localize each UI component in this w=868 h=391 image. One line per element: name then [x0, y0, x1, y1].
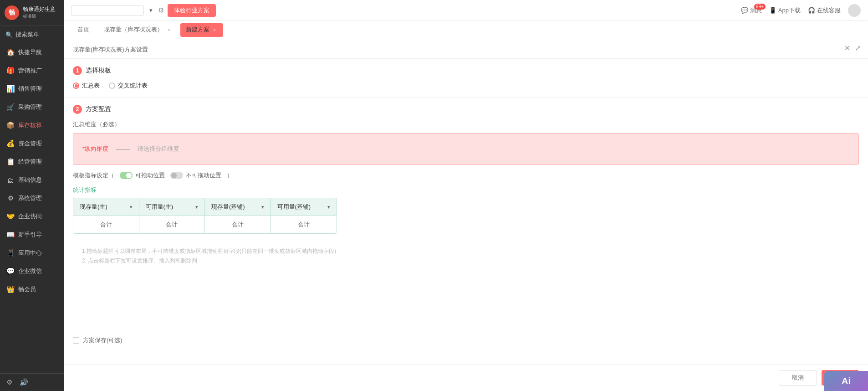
tab-home-label: 首页	[77, 26, 89, 34]
sidebar-item-label: 应用中心	[18, 249, 42, 257]
sidebar-item-label: 基础信息	[18, 176, 42, 184]
topbar-search-input[interactable]	[71, 5, 144, 16]
stat-label: 统计指标	[73, 186, 859, 194]
sidebar-item-label: 新手引导	[18, 231, 42, 239]
app-version: 标准版	[23, 13, 56, 20]
radio-summary[interactable]: 汇总表	[73, 82, 100, 90]
sidebar-item-member[interactable]: 👑 畅会员	[0, 280, 64, 298]
dimension-label: 汇总维度（必选）	[73, 120, 859, 129]
step1-section: 1 选择模板 汇总表 交叉统计表	[64, 59, 868, 98]
sidebar-item-wechat[interactable]: 💬 企业微信	[0, 262, 64, 280]
user-avatar[interactable]	[848, 4, 861, 17]
cancel-button[interactable]: 取消	[779, 370, 817, 386]
marketing-icon: 🎁	[6, 67, 15, 75]
sidebar-item-cooperation[interactable]: 🤝 企业协同	[0, 207, 64, 226]
inventory-icon: 📦	[6, 121, 15, 129]
stat-col-0-name: 现存量(主)	[80, 203, 107, 211]
system-icon: ⚙	[6, 194, 15, 202]
app-label: App下载	[778, 6, 801, 15]
sidebar-logo: 畅 畅康通好生意 标准版	[0, 0, 64, 26]
sidebar-item-basic[interactable]: 🗂 基础信息	[0, 171, 64, 189]
sidebar-item-sales[interactable]: 📊 销售管理	[0, 80, 64, 98]
stat-col-3[interactable]: 可用量(基辅) ▾	[271, 198, 337, 216]
sidebar-item-marketing[interactable]: 🎁 营销推广	[0, 62, 64, 80]
stat-cell-3: 合计	[271, 216, 337, 233]
stat-col-0[interactable]: 现存量(主) ▾	[73, 198, 139, 216]
msg-icon: 💬	[741, 7, 748, 14]
save-option: 方案保存(可选)	[64, 330, 868, 351]
step2-badge: 2	[73, 105, 82, 114]
stat-col-1[interactable]: 可用量(主) ▾	[139, 198, 205, 216]
panel-title: 现存量(库存状况表)方案设置	[64, 39, 868, 59]
ai-label: Ai	[842, 376, 851, 386]
sidebar-item-label: 企业协同	[18, 212, 42, 221]
app-download-button[interactable]: 📱 App下载	[769, 6, 801, 15]
sidebar-item-management[interactable]: 📋 经营管理	[0, 153, 64, 171]
topbar-gear-icon[interactable]: ⚙	[158, 6, 164, 15]
panel-title-text: 现存量(库存状况表)方案设置	[73, 46, 148, 53]
radio-cross[interactable]: 交叉统计表	[109, 82, 148, 90]
stat-col-2-name: 现存量(基辅)	[211, 203, 245, 211]
cooperation-icon: 🤝	[6, 212, 15, 221]
sidebar-item-label: 经营管理	[18, 158, 42, 166]
sidebar-item-label: 采购管理	[18, 103, 42, 111]
step2-header: 2 方案配置	[73, 105, 859, 114]
service-label: 在线客服	[817, 6, 841, 15]
sidebar-footer: ⚙ 🔊	[0, 373, 64, 391]
stat-col-3-name: 可用量(基辅)	[277, 203, 311, 211]
search-icon: 🔍	[5, 31, 13, 38]
stat-cell-1: 合计	[139, 216, 205, 233]
content-area: 现存量(库存状况表)方案设置 ✕ ⤢ 1 选择模板 汇总表	[64, 39, 868, 391]
wechat-icon: 💬	[6, 267, 15, 275]
sales-icon: 📊	[6, 85, 15, 93]
app-name: 畅康通好生意	[23, 6, 56, 13]
stat-cell-2: 合计	[205, 216, 271, 233]
expand-panel-icon[interactable]: ⤢	[855, 44, 861, 52]
topbar-dropdown-btn[interactable]: ▾	[148, 6, 154, 15]
toggle-fixed-switch[interactable]	[170, 172, 183, 179]
toggle-draggable-switch[interactable]	[120, 172, 133, 179]
sidebar-item-nav[interactable]: 🏠 快捷导航	[0, 43, 64, 62]
sidebar-search[interactable]: 🔍 搜索菜单	[0, 26, 64, 43]
close-panel-icon[interactable]: ✕	[844, 44, 850, 52]
step2-section: 2 方案配置 汇总维度（必选） *纵向维度 —— 请选择分组维度 模板指标设定（…	[64, 98, 868, 326]
tab-inventory-label: 现存量（库存状况表）	[104, 26, 163, 34]
chevron-0-icon: ▾	[130, 204, 133, 210]
sidebar-item-label: 资金管理	[18, 139, 42, 148]
tab-new-scheme[interactable]: 新建方案 ×	[180, 23, 223, 37]
save-checkbox[interactable]	[73, 337, 79, 344]
sidebar-item-purchase[interactable]: 🛒 采购管理	[0, 98, 64, 116]
main-area: ▾ ⚙ 体验行业方案 💬 消息 99+ 📱 App下载 🎧 在线客服 首页	[64, 0, 868, 391]
sidebar-item-newbie[interactable]: 📖 新手引导	[0, 226, 64, 244]
sidebar-item-inventory[interactable]: 📦 库存核算	[0, 116, 64, 134]
save-label: 方案保存(可选)	[83, 336, 123, 345]
panel-controls: ✕ ⤢	[844, 44, 861, 52]
sidebar-item-appstore[interactable]: 📱 应用中心	[0, 244, 64, 262]
nav-icon: 🏠	[6, 48, 15, 57]
msg-button[interactable]: 💬 消息 99+	[741, 6, 762, 15]
sidebar-item-label: 营销推广	[18, 67, 42, 75]
radio-cross-label: 交叉统计表	[118, 82, 148, 90]
tab-home[interactable]: 首页	[71, 22, 96, 38]
chevron-3-icon: ▾	[327, 204, 330, 210]
sidebar-item-finance[interactable]: 💰 资金管理	[0, 134, 64, 153]
ai-badge[interactable]: Ai	[824, 371, 868, 391]
volume-icon[interactable]: 🔊	[20, 378, 28, 386]
stat-table-header: 现存量(主) ▾ 可用量(主) ▾ 现存量(基辅) ▾	[73, 198, 337, 216]
stat-col-2[interactable]: 现存量(基辅) ▾	[205, 198, 271, 216]
phone-icon: 📱	[769, 7, 776, 14]
sidebar-item-label: 系统管理	[18, 194, 42, 202]
stat-table-row: 合计 合计 合计 合计	[73, 216, 337, 233]
tab-new-close[interactable]: ×	[211, 26, 218, 33]
sidebar-item-label: 畅会员	[18, 285, 36, 293]
indicator-setting-suffix: ）	[227, 171, 233, 180]
tab-inventory-status[interactable]: 现存量（库存状况表） ×	[97, 22, 179, 38]
trial-button[interactable]: 体验行业方案	[168, 4, 216, 17]
service-button[interactable]: 🎧 在线客服	[808, 6, 841, 15]
indicator-setting-prefix: 模板指标设定（	[73, 171, 114, 180]
purchase-icon: 🛒	[6, 103, 15, 111]
tab-inventory-close[interactable]: ×	[166, 26, 172, 33]
sidebar-item-system[interactable]: ⚙ 系统管理	[0, 189, 64, 207]
settings-icon[interactable]: ⚙	[6, 378, 12, 386]
radio-summary-label: 汇总表	[82, 82, 100, 90]
